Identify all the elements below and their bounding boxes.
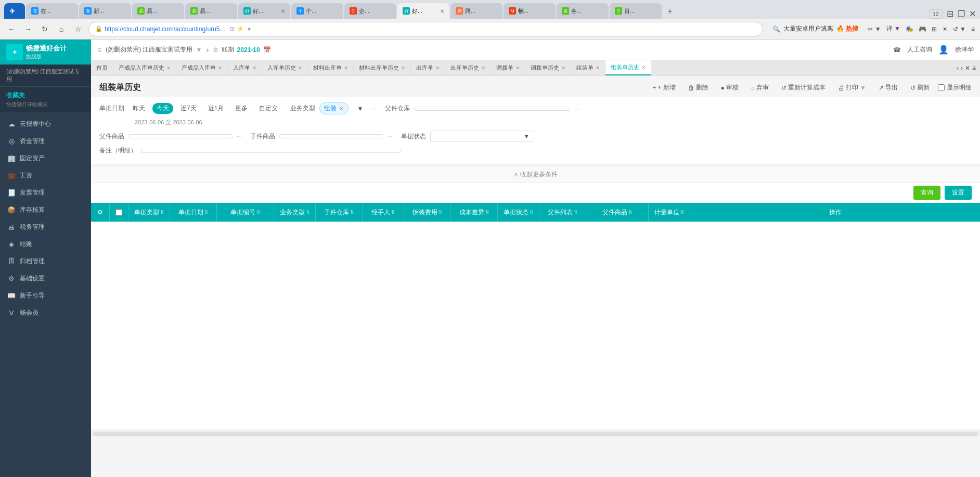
- date-btn-custom[interactable]: 自定义: [255, 103, 282, 114]
- parent-warehouse-input[interactable]: [414, 107, 570, 111]
- tab-transfer-history[interactable]: 调拨单历史 ✕: [525, 61, 571, 75]
- parent-goods-input[interactable]: [128, 134, 233, 138]
- sidebar-item-invoice[interactable]: 🧾 发票管理: [0, 184, 91, 201]
- url-bar[interactable]: 🔒 https://cloud.chanjet.com/accounting/u…: [88, 22, 763, 36]
- sidebar-item-funds[interactable]: ◎ 资金管理: [0, 133, 91, 150]
- th-parent-list[interactable]: 父件列表 ⇅: [539, 203, 586, 222]
- back-button[interactable]: ←: [5, 23, 18, 35]
- tab-assembly[interactable]: 组装单 ✕: [571, 61, 605, 75]
- browser-tab-6[interactable]: 个 个...: [291, 3, 343, 19]
- tab-outbound-history[interactable]: 出库单历史 ✕: [445, 61, 491, 75]
- audit-button[interactable]: ● 审核: [717, 81, 743, 94]
- sidebar-item-settings[interactable]: ⚙ 基础设置: [0, 270, 91, 287]
- tab-outbound[interactable]: 出库单 ✕: [411, 61, 445, 75]
- close-tab-icon[interactable]: ✕: [515, 65, 520, 71]
- th-doc-status[interactable]: 单据状态 ⇅: [498, 203, 539, 222]
- refresh-button[interactable]: ↺ 刷新: [906, 81, 934, 94]
- scrollbar-track[interactable]: [93, 432, 978, 436]
- th-settings[interactable]: ⚙: [91, 203, 110, 222]
- sidebar-item-guide[interactable]: 📖 新手引导: [0, 287, 91, 304]
- th-parent-goods[interactable]: 父件商品 ⇅: [586, 203, 649, 222]
- close-tab-icon[interactable]: ✕: [561, 65, 565, 71]
- date-btn-today[interactable]: 今天: [152, 103, 173, 114]
- sidebar-item-membership[interactable]: V 畅会员: [0, 304, 91, 321]
- business-type-dropdown[interactable]: ▼: [353, 104, 367, 114]
- export-button[interactable]: ↗ 导出: [874, 81, 902, 94]
- browser-tab-7[interactable]: C 企...: [344, 3, 396, 19]
- recalculate-button[interactable]: ↺ 重新计算成本: [777, 81, 830, 94]
- sidebar-item-payroll[interactable]: 💼 工资: [0, 167, 91, 184]
- service-label[interactable]: 人工咨询: [907, 45, 932, 54]
- close-tab-icon[interactable]: ✕: [344, 65, 348, 71]
- abandon-button[interactable]: ○ 弃审: [747, 81, 773, 94]
- th-handler[interactable]: 经手人 ⇅: [363, 203, 404, 222]
- th-doc-date[interactable]: 单据日期 ⇅: [170, 203, 217, 222]
- show-detail-checkbox[interactable]: 显示明细: [938, 83, 972, 92]
- th-business-type[interactable]: 业务类型 ⇅: [274, 203, 316, 222]
- company-dropdown-icon[interactable]: ▼: [196, 46, 202, 54]
- show-detail-input[interactable]: [938, 84, 945, 91]
- browser-tab-4[interactable]: 易 易...: [185, 3, 237, 19]
- close-tab-icon[interactable]: ✕: [435, 65, 440, 71]
- th-child-warehouse[interactable]: 子件仓库 ⇅: [316, 203, 363, 222]
- tab-scroll-left-icon[interactable]: ‹: [957, 65, 959, 72]
- tab-menu-icon[interactable]: ≡: [972, 65, 976, 72]
- browser-tab-3[interactable]: 易 易...: [132, 3, 184, 19]
- close-tab-icon[interactable]: ✕: [252, 65, 256, 71]
- tab-material-outbound-history[interactable]: 材料出库单历史 ✕: [354, 61, 411, 75]
- business-type-dots[interactable]: ···: [371, 105, 377, 112]
- browser-tab-2[interactable]: 新 新...: [79, 3, 131, 19]
- close-all-tabs-icon[interactable]: ✕: [965, 65, 970, 72]
- search-bar[interactable]: 🔍 大量安卓用户逃离 🔥 热搜: [772, 24, 858, 33]
- child-goods-input[interactable]: [279, 134, 383, 138]
- print-dropdown-icon[interactable]: ▼: [860, 84, 866, 92]
- browser-tab-12[interactable]: S 目...: [610, 3, 662, 19]
- new-button[interactable]: + + 新增: [648, 81, 679, 94]
- tab-production-inbound[interactable]: 产成品入库单 ✕: [176, 61, 228, 75]
- tab-production-inbound-history[interactable]: 产成品入库单历史 ✕: [113, 61, 176, 75]
- refresh-button[interactable]: ↻: [38, 23, 51, 35]
- tab-scroll-right-icon[interactable]: ›: [961, 65, 963, 72]
- browser-tab-9[interactable]: 腾 腾...: [450, 3, 502, 19]
- th-checkbox[interactable]: [110, 203, 128, 222]
- sidebar-item-inventory[interactable]: 📦 库存核算: [0, 201, 91, 218]
- browser-tab-logo[interactable]: ✈: [4, 3, 25, 19]
- sidebar-favorites[interactable]: 收藏夹 快捷键打开收藏夹: [0, 87, 91, 112]
- close-tab-icon[interactable]: ✕: [641, 65, 646, 70]
- settings-cog-icon[interactable]: ⚙: [213, 46, 218, 54]
- sidebar-item-closing[interactable]: ◈ 结账: [0, 236, 91, 253]
- sidebar-item-fixed-assets[interactable]: 🏢 固定资产: [0, 150, 91, 167]
- tab-material-outbound[interactable]: 材料出库单 ✕: [308, 61, 354, 75]
- delete-button[interactable]: 🗑 删除: [684, 81, 713, 94]
- parent-warehouse-dots[interactable]: ···: [574, 105, 579, 112]
- th-doc-number[interactable]: 单据编号 ⇅: [217, 203, 274, 222]
- notes-input[interactable]: [141, 149, 401, 153]
- settings-button[interactable]: 设置: [945, 186, 972, 200]
- tab-transfer[interactable]: 调拨单 ✕: [491, 61, 525, 75]
- home-button[interactable]: ⌂: [55, 23, 68, 35]
- close-tab-icon[interactable]: ✕: [218, 65, 222, 71]
- print-button[interactable]: 🖨 打印 ▼: [834, 81, 870, 94]
- close-tab-icon[interactable]: ✕: [166, 65, 171, 71]
- doc-status-dropdown[interactable]: ▼: [430, 131, 534, 142]
- sidebar-item-tax[interactable]: 🖨 税务管理: [0, 218, 91, 236]
- tab-inbound[interactable]: 入库单 ✕: [228, 61, 262, 75]
- date-btn-1month[interactable]: 近1月: [204, 103, 228, 114]
- th-doc-type[interactable]: 单据类型 ⇅: [128, 203, 170, 222]
- bookmark-button[interactable]: ☆: [72, 23, 84, 35]
- browser-tab-1[interactable]: 在 在...: [26, 3, 78, 19]
- th-cost-diff[interactable]: 成本差异 ⇅: [451, 203, 498, 222]
- browser-tab-8[interactable]: 好 好... ✕: [397, 3, 449, 19]
- sidebar-item-archive[interactable]: 🗄 归档管理: [0, 253, 91, 270]
- tab-assembly-history[interactable]: 组装单历史 ✕: [605, 60, 651, 75]
- tab-inbound-history[interactable]: 入库单历史 ✕: [262, 61, 308, 75]
- child-goods-dots[interactable]: ···: [388, 133, 393, 140]
- select-all-checkbox[interactable]: [115, 209, 122, 216]
- remove-business-type-icon[interactable]: ✕: [339, 105, 344, 112]
- query-button[interactable]: 查询: [913, 186, 940, 200]
- sidebar-item-cloud-reports[interactable]: ☁ 云报表中心: [0, 115, 91, 133]
- browser-tab-5[interactable]: 好 好... ✕: [238, 3, 290, 19]
- browser-tab-10[interactable]: M 畅...: [504, 3, 556, 19]
- scrollbar-area[interactable]: [91, 430, 980, 437]
- close-tab-icon[interactable]: ✕: [401, 65, 405, 71]
